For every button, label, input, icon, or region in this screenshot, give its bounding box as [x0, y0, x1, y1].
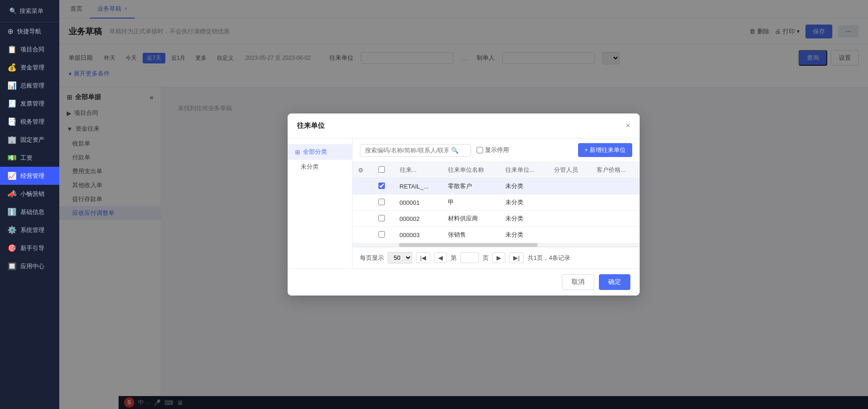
row-checkbox[interactable]	[373, 195, 394, 211]
modal-table-body: RETAIL_... 零散客户 未分类 000001	[352, 178, 640, 243]
sidebar-item-label: 工资	[20, 154, 32, 162]
quick-nav-icon: ⊕	[7, 27, 13, 36]
modal-search-box[interactable]: 🔍	[360, 144, 471, 157]
col-code: 往来...	[394, 162, 443, 178]
sidebar: 🔍 搜索菜单 ⊕ 快捷导航 📋 项目合同 💰 资金管理 📊 总账管理 🧾 发票管…	[0, 0, 59, 409]
modal-table-wrap: ⚙ 往来... 往来单位名称 往来单位... 分管人员 客户价格...	[352, 162, 640, 243]
table-row[interactable]: 000002 材料供应商 未分类	[352, 211, 640, 227]
row-category: 未分类	[500, 227, 548, 243]
row-select-checkbox[interactable]	[378, 215, 385, 221]
row-select-checkbox[interactable]	[378, 182, 385, 189]
sidebar-search-label: 搜索菜单	[19, 7, 44, 15]
next-page-button[interactable]: ▶	[492, 252, 505, 263]
last-page-button[interactable]: ▶|	[509, 252, 523, 263]
row-name: 零散客户	[442, 178, 499, 195]
sidebar-item-label: 项目合同	[20, 45, 44, 54]
modal-overlay[interactable]: 往来单位 × ⊞ 全部分类 未分类	[59, 0, 868, 409]
row-salesperson	[548, 211, 591, 227]
col-settings: ⚙	[352, 162, 373, 178]
grid-icon: ⊞	[295, 149, 300, 156]
row-name: 张销售	[442, 227, 499, 243]
sidebar-item-label: 税务管理	[20, 118, 44, 126]
per-page-select[interactable]: 50	[388, 252, 412, 264]
cancel-button[interactable]: 取消	[562, 274, 594, 290]
sidebar-item-marketing[interactable]: 📣 小畅营销	[0, 185, 59, 203]
sidebar-item-sys-mgmt[interactable]: ⚙️ 系统管理	[0, 221, 59, 239]
sidebar-item-label: 系统管理	[20, 226, 44, 234]
new-guide-icon: 🎯	[7, 244, 17, 252]
row-settings	[352, 178, 373, 195]
scrollbar-thumb[interactable]	[399, 243, 538, 247]
sidebar-item-new-guide[interactable]: 🎯 新手引导	[0, 239, 59, 257]
modal-sidebar-all-category[interactable]: ⊞ 全部分类	[288, 144, 352, 160]
row-price-level	[591, 178, 640, 195]
sidebar-item-app-center[interactable]: 🔲 应用中心	[0, 257, 59, 275]
modal-sidebar-all-category-label: 全部分类	[303, 148, 327, 156]
row-select-checkbox[interactable]	[378, 199, 385, 205]
page-number-input[interactable]: 1	[460, 252, 479, 263]
modal-search-input[interactable]	[365, 147, 448, 154]
sidebar-item-label: 快捷导航	[17, 27, 41, 36]
sidebar-item-invoice-mgmt[interactable]: 🧾 发票管理	[0, 94, 59, 113]
col-price-level: 客户价格...	[591, 162, 640, 178]
show-disabled-checkbox[interactable]: 显示停用	[477, 146, 509, 154]
modal-sidebar-uncategorized[interactable]: 未分类	[288, 160, 352, 174]
show-disabled-label: 显示停用	[485, 146, 509, 154]
sidebar-item-account-mgmt[interactable]: 📊 总账管理	[0, 76, 59, 94]
modal-table-header: ⚙ 往来... 往来单位名称 往来单位... 分管人员 客户价格...	[352, 162, 640, 178]
row-settings	[352, 195, 373, 211]
tax-mgmt-icon: 📑	[7, 117, 17, 126]
col-name: 往来单位名称	[442, 162, 499, 178]
sidebar-item-fixed-assets[interactable]: 🏢 固定资产	[0, 131, 59, 149]
modal-table: ⚙ 往来... 往来单位名称 往来单位... 分管人员 客户价格...	[352, 162, 640, 243]
sidebar-item-label: 总账管理	[20, 82, 44, 90]
total-record-label: 共1页，4条记录	[528, 254, 570, 262]
ops-mgmt-icon: 📈	[7, 171, 17, 180]
row-price-level	[591, 195, 640, 211]
sidebar-item-basic-info[interactable]: ℹ️ 基础信息	[0, 203, 59, 221]
sidebar-item-fund-mgmt[interactable]: 💰 资金管理	[0, 58, 59, 76]
settings-icon[interactable]: ⚙	[358, 167, 364, 174]
sidebar-item-quick-nav[interactable]: ⊕ 快捷导航	[0, 22, 59, 40]
sidebar-item-ops-mgmt[interactable]: 📈 经营管理	[0, 167, 59, 185]
row-name: 甲	[442, 195, 499, 211]
app-center-icon: 🔲	[7, 262, 17, 271]
prev-page-button[interactable]: ◀	[434, 252, 447, 263]
per-page-label: 每页显示	[360, 254, 384, 262]
modal-sidebar: ⊞ 全部分类 未分类	[288, 138, 352, 268]
row-checkbox[interactable]	[373, 178, 394, 195]
row-code: RETAIL_...	[394, 178, 443, 195]
basic-info-icon: ℹ️	[7, 208, 17, 216]
row-settings	[352, 227, 373, 243]
table-row[interactable]: 000003 张销售 未分类	[352, 227, 640, 243]
page-label: 页	[483, 254, 489, 262]
row-price-level	[591, 211, 640, 227]
sidebar-item-label: 基础信息	[20, 208, 44, 216]
row-salesperson	[548, 227, 591, 243]
sidebar-item-tax-mgmt[interactable]: 📑 税务管理	[0, 113, 59, 131]
show-disabled-check[interactable]	[477, 147, 483, 153]
sidebar-item-project-contract[interactable]: 📋 项目合同	[0, 40, 59, 58]
sidebar-item-label: 新手引导	[20, 244, 44, 252]
row-salesperson	[548, 178, 591, 195]
sidebar-item-label: 资金管理	[20, 63, 44, 72]
row-salesperson	[548, 195, 591, 211]
project-contract-icon: 📋	[7, 45, 17, 54]
sidebar-search-button[interactable]: 🔍 搜索菜单	[6, 5, 47, 17]
table-row[interactable]: RETAIL_... 零散客户 未分类	[352, 178, 640, 195]
modal-dialog: 往来单位 × ⊞ 全部分类 未分类	[288, 113, 640, 296]
row-category: 未分类	[500, 178, 548, 195]
modal-close-button[interactable]: ×	[625, 121, 630, 131]
row-checkbox[interactable]	[373, 211, 394, 227]
select-all-checkbox[interactable]	[378, 166, 385, 173]
sidebar-item-label: 小畅营销	[20, 190, 44, 198]
table-horizontal-scrollbar[interactable]	[352, 243, 640, 247]
first-page-button[interactable]: |◀	[416, 252, 430, 263]
add-partner-button[interactable]: + 新增往来单位	[578, 143, 632, 157]
table-row[interactable]: 000001 甲 未分类	[352, 195, 640, 211]
row-checkbox[interactable]	[373, 227, 394, 243]
modal-toolbar: 🔍 显示停用 + 新增往来单位	[352, 138, 640, 162]
row-select-checkbox[interactable]	[378, 231, 385, 238]
sidebar-item-payroll[interactable]: 💵 工资	[0, 149, 59, 167]
confirm-button[interactable]: 确定	[599, 274, 630, 290]
